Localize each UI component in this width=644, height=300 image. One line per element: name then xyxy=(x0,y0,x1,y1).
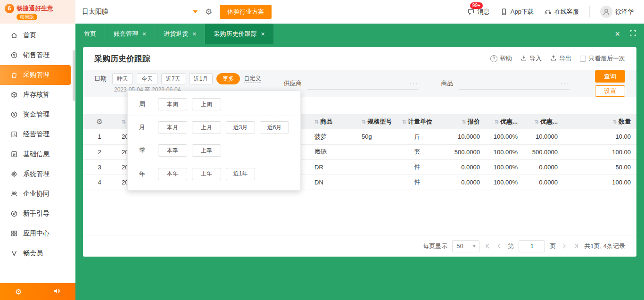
date-more-button[interactable]: 更多 xyxy=(216,73,240,84)
header-quantity[interactable]: 数量 xyxy=(619,118,631,125)
settings-button[interactable]: 设置 xyxy=(595,85,625,97)
fullscreen-icon[interactable] xyxy=(629,30,636,38)
sort-icon[interactable]: ⇅ xyxy=(462,119,466,125)
sidebar-scrollbar[interactable] xyxy=(73,50,75,101)
header-price[interactable]: 报价 xyxy=(468,118,480,125)
help-button[interactable]: ? 帮助 xyxy=(490,54,512,63)
close-icon[interactable]: × xyxy=(261,30,264,38)
ellipsis-icon[interactable]: ··· xyxy=(409,80,418,87)
user-menu[interactable]: 徐泽华 xyxy=(600,6,634,18)
sidebar-item-label: 基础信息 xyxy=(23,150,50,158)
online-service-button[interactable]: 在线客服 xyxy=(544,8,579,16)
query-button[interactable]: 查询 xyxy=(595,70,625,83)
import-button[interactable]: 导入 xyxy=(520,54,542,63)
sidebar-item-label: 畅会员 xyxy=(23,249,43,258)
header-product[interactable]: 商品 xyxy=(320,118,332,125)
ellipsis-icon[interactable]: ··· xyxy=(561,80,570,87)
sort-icon[interactable]: ⇅ xyxy=(314,119,319,125)
close-all-tabs-icon[interactable]: × xyxy=(615,29,620,39)
tab-account-books[interactable]: 账套管理 × xyxy=(105,24,155,44)
only-last-toggle[interactable]: 只看最后一次 xyxy=(580,54,625,63)
page-number-input[interactable] xyxy=(519,240,545,252)
sidebar-item-base-info[interactable]: 基础信息 xyxy=(0,144,75,164)
prev-page-button[interactable] xyxy=(496,242,503,250)
option-this-month[interactable]: 本月 xyxy=(158,121,187,133)
cell-discount-rate: 100.00% xyxy=(486,144,523,159)
tab-purchase-history-price[interactable]: 采购历史价跟踪 × xyxy=(205,24,273,44)
tab-purchase-returns[interactable]: 进货退货 × xyxy=(155,24,205,44)
sidebar-item-member[interactable]: 畅会员 xyxy=(0,243,75,263)
date-quick-last7days[interactable]: 近7天 xyxy=(161,73,185,84)
bottom-gear-icon[interactable]: ⚙ xyxy=(15,287,22,296)
sidebar-item-purchase[interactable]: 采购管理 xyxy=(0,65,71,85)
option-last-week[interactable]: 上周 xyxy=(192,98,221,110)
option-last-1-year[interactable]: 近1年 xyxy=(226,168,255,180)
sidebar-item-sales[interactable]: 销售管理 xyxy=(0,45,75,65)
app-grid-icon xyxy=(10,230,18,237)
sidebar-item-app-center[interactable]: 应用中心 xyxy=(0,224,75,243)
date-quick-today[interactable]: 今天 xyxy=(137,73,157,84)
messages-button[interactable]: 99+ 消息 xyxy=(467,8,490,16)
option-this-week[interactable]: 本周 xyxy=(158,98,187,110)
date-quick-yesterday[interactable]: 昨天 xyxy=(112,73,133,84)
only-last-checkbox[interactable] xyxy=(580,56,586,62)
settings-gear-icon[interactable]: ⚙ xyxy=(205,7,212,17)
last-page-button[interactable] xyxy=(572,242,579,250)
cell-price: 10.0000 xyxy=(441,129,486,144)
sidebar-item-inventory[interactable]: 库存核算 xyxy=(0,85,75,105)
sort-icon[interactable]: ⇅ xyxy=(402,119,406,125)
sidebar-item-system[interactable]: 系统管理 xyxy=(0,164,75,184)
supplier-label: 供应商 xyxy=(283,79,302,88)
header-unit[interactable]: 计量单位 xyxy=(408,118,432,125)
option-this-quarter[interactable]: 本季 xyxy=(158,144,187,157)
messages-count-badge: 99+ xyxy=(470,2,483,9)
card-header: 采购历史价跟踪 ? 帮助 导入 xyxy=(83,47,636,70)
option-last-quarter[interactable]: 上季 xyxy=(192,144,221,157)
header-discount-rate[interactable]: 优惠... xyxy=(500,118,518,125)
sidebar-item-funds[interactable]: 资金管理 xyxy=(0,105,75,125)
sidebar-item-home[interactable]: 首页 xyxy=(0,25,75,45)
account-select[interactable]: 日太阳膜 xyxy=(82,8,198,16)
option-last-3-months[interactable]: 近3月 xyxy=(226,121,255,133)
cell-price: 500.0000 xyxy=(441,144,486,159)
option-last-year[interactable]: 上年 xyxy=(192,168,221,180)
trial-plan-button[interactable]: 体验行业方案 xyxy=(220,5,272,19)
product-input[interactable]: ··· xyxy=(459,77,570,90)
cell-spec xyxy=(356,175,394,190)
sidebar-item-collaboration[interactable]: 企业协同 xyxy=(0,184,75,204)
page-suffix: 页 xyxy=(550,242,556,250)
cell-discount-rate: 100.00% xyxy=(486,159,523,175)
sort-icon[interactable]: ⇅ xyxy=(495,119,499,125)
close-icon[interactable]: × xyxy=(192,30,196,38)
next-page-button[interactable] xyxy=(561,242,568,250)
sort-icon[interactable]: ⇅ xyxy=(362,119,366,125)
export-button[interactable]: 导出 xyxy=(550,54,571,63)
option-this-year[interactable]: 本年 xyxy=(158,168,187,180)
option-last-6-months[interactable]: 近6月 xyxy=(260,121,289,133)
per-page-select[interactable]: 50 ▾ xyxy=(452,240,479,252)
date-quick-last1month[interactable]: 近1月 xyxy=(189,73,213,84)
base-info-list-icon xyxy=(10,150,18,158)
sort-icon[interactable]: ⇅ xyxy=(535,119,539,125)
header-discount-price[interactable]: 优惠... xyxy=(540,118,558,125)
sound-icon[interactable] xyxy=(53,287,60,296)
sidebar-item-operations[interactable]: 经营管理 xyxy=(0,125,75,144)
dropdown-group-month: 月 xyxy=(139,123,153,132)
tab-home[interactable]: 首页 xyxy=(75,24,105,44)
help-label: 帮助 xyxy=(500,54,512,63)
option-last-month[interactable]: 上月 xyxy=(192,121,221,133)
cell-product: DN xyxy=(309,175,356,190)
sidebar-item-label: 库存核算 xyxy=(23,91,50,99)
supplier-input[interactable]: ··· xyxy=(307,77,418,90)
close-icon[interactable]: × xyxy=(142,30,146,38)
date-custom-button[interactable]: 自定义 xyxy=(244,75,261,83)
row-index: 2 xyxy=(83,144,116,159)
sort-icon[interactable]: ⇅ xyxy=(122,119,126,125)
first-page-button[interactable] xyxy=(484,242,491,250)
app-download-button[interactable]: App下载 xyxy=(500,8,534,16)
header-spec[interactable]: 规格型号 xyxy=(367,118,392,125)
sidebar-item-guide[interactable]: 新手引导 xyxy=(0,204,75,224)
sort-icon[interactable]: ⇅ xyxy=(613,119,617,125)
column-settings-icon[interactable]: ⚙ xyxy=(96,117,102,125)
export-icon xyxy=(550,55,557,63)
